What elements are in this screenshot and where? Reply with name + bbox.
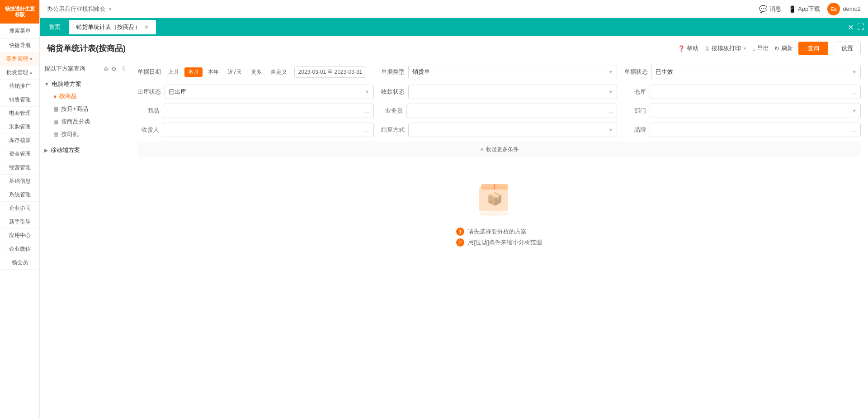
top-bar: 办公用品行业模拟账套 ▼ 💬 消息 📱 App下载 Ea demo2 bbox=[40, 0, 868, 18]
date-tab-this-year[interactable]: 本年 bbox=[204, 67, 222, 77]
date-tab-more[interactable]: 更多 bbox=[247, 67, 265, 77]
tab-home[interactable]: 首页 bbox=[42, 20, 68, 34]
date-range-input[interactable]: 2023-03-01 至 2023-03-31 bbox=[294, 66, 366, 78]
collapse-bar[interactable]: ∧ 收起更多条件 bbox=[137, 142, 861, 157]
scheme-item-by-month-product[interactable]: ▦ 按月+商品 bbox=[40, 103, 130, 115]
sidebar-item-guide[interactable]: 新手引导 bbox=[0, 215, 39, 229]
page-content: 销货单统计表(按商品) ❓ 帮助 🖨 按模板打印 ▼ ↓ 导出 bbox=[40, 36, 868, 418]
sidebar-item-sales[interactable]: 销售管理 bbox=[0, 93, 39, 107]
query-button[interactable]: 查询 bbox=[798, 42, 828, 55]
receiver-more-icon: … bbox=[365, 127, 370, 133]
tab-close-icon[interactable]: ✕ bbox=[144, 24, 149, 30]
sidebar-item-marketing[interactable]: 营销推广 bbox=[0, 80, 39, 93]
payment-status-chevron-icon: ▼ bbox=[608, 89, 613, 95]
date-label: 单据日期 bbox=[137, 68, 165, 76]
export-link[interactable]: ↓ 导出 bbox=[753, 44, 769, 52]
receiver-control[interactable]: … bbox=[163, 123, 374, 137]
brand-field: 品牌 … bbox=[624, 123, 861, 137]
sidebar-item-wechat[interactable]: 企业微信 bbox=[0, 242, 39, 256]
refresh-icon: ↻ bbox=[774, 45, 779, 52]
empty-tip-2: 2 用[过滤]条件来缩小分析范围 bbox=[456, 238, 542, 247]
date-tab-custom[interactable]: 自定义 bbox=[267, 67, 291, 77]
scheme-item-by-driver[interactable]: ▦ 按司机 bbox=[40, 128, 130, 141]
tab-bar: 首页 销货单统计表（按商品） ✕ ✕ ⛶ bbox=[40, 18, 868, 36]
scheme-group-header-mobile[interactable]: ▶ 移动端方案 bbox=[40, 144, 130, 156]
settlement-chevron-icon: ▼ bbox=[608, 127, 613, 133]
warehouse-control[interactable]: … bbox=[650, 85, 861, 99]
download-icon: 📱 bbox=[788, 5, 796, 13]
sidebar-item-wholesale[interactable]: 批发管理 ▲ bbox=[0, 66, 39, 80]
receiver-field: 收货人 … bbox=[137, 123, 374, 137]
sidebar-quick-nav[interactable]: 快捷导航 bbox=[0, 39, 39, 52]
filter-row-4: 收货人 … 结算方式 ▼ bbox=[137, 123, 861, 137]
sidebar-item-basic[interactable]: 基础信息 bbox=[0, 175, 39, 188]
scheme-panel-header: 按以下方案查询 ⊕ ⚙ 《 bbox=[40, 63, 130, 76]
sidebar-item-retail[interactable]: 零售管理 ▼ bbox=[0, 52, 39, 66]
app-download-link[interactable]: 📱 App下载 bbox=[788, 5, 820, 13]
doc-type-field: 单据类型 销货单 ▼ bbox=[381, 65, 618, 79]
dept-field: 部门 ▼ bbox=[624, 104, 861, 118]
sidebar-item-finance[interactable]: 资金管理 bbox=[0, 147, 39, 161]
scheme-settings-icon[interactable]: ⚙ bbox=[111, 66, 117, 72]
date-controls: 上月 本月 本年 近7天 更多 自定义 2023-03-01 至 2023-03… bbox=[165, 66, 374, 78]
dept-control[interactable]: ▼ bbox=[650, 104, 861, 118]
product-more-icon: … bbox=[365, 108, 370, 114]
avatar: Ea bbox=[827, 3, 840, 15]
settlement-field: 结算方式 ▼ bbox=[381, 123, 618, 137]
out-status-control[interactable]: 已出库 ▼ bbox=[165, 85, 374, 99]
help-link[interactable]: ❓ 帮助 bbox=[678, 44, 698, 52]
settlement-control[interactable]: ▼ bbox=[408, 123, 618, 137]
message-icon: 💬 bbox=[759, 5, 768, 13]
main-content: 办公用品行业模拟账套 ▼ 💬 消息 📱 App下载 Ea demo2 首页 销货… bbox=[40, 0, 868, 418]
staff-control[interactable]: … bbox=[406, 104, 618, 118]
dept-chevron-icon: ▼ bbox=[852, 108, 857, 114]
search-menu[interactable]: 搜索菜单 bbox=[0, 24, 39, 39]
svg-text:📦: 📦 bbox=[486, 191, 502, 206]
user-info[interactable]: Ea demo2 bbox=[827, 3, 861, 15]
tab-sales-stats[interactable]: 销货单统计表（按商品） ✕ bbox=[69, 20, 156, 34]
industry-select[interactable]: 办公用品行业模拟账套 ▼ bbox=[47, 5, 113, 13]
receiver-label: 收货人 bbox=[137, 126, 163, 134]
out-status-label: 出库状态 bbox=[137, 88, 165, 96]
empty-tip-1: 1 请先选择要分析的方案 bbox=[456, 228, 542, 236]
settlement-label: 结算方式 bbox=[381, 126, 408, 134]
scheme-actions: ⊕ ⚙ 《 bbox=[104, 65, 125, 73]
tab-close-all-icon[interactable]: ✕ bbox=[848, 23, 854, 32]
staff-field: 业务员 … bbox=[381, 104, 618, 118]
sidebar-item-system[interactable]: 系统管理 bbox=[0, 188, 39, 202]
dept-label: 部门 bbox=[624, 107, 650, 115]
group-expand-icon: ▼ bbox=[44, 81, 49, 87]
page-header: 销货单统计表(按商品) ❓ 帮助 🖨 按模板打印 ▼ ↓ 导出 bbox=[40, 36, 868, 59]
date-tab-last-7-days[interactable]: 近7天 bbox=[224, 67, 245, 77]
messages-link[interactable]: 💬 消息 bbox=[759, 5, 781, 13]
scheme-grid-icon-2: ▦ bbox=[53, 119, 58, 125]
doc-type-control[interactable]: 销货单 ▼ bbox=[408, 65, 618, 79]
date-filter-field: 单据日期 上月 本月 本年 近7天 更多 自定义 bbox=[137, 66, 374, 78]
sidebar-item-collab[interactable]: 企业协同 bbox=[0, 202, 39, 215]
sidebar-item-appcenter[interactable]: 应用中心 bbox=[0, 229, 39, 242]
scheme-group-header-desktop[interactable]: ▼ 电脑端方案 bbox=[40, 78, 130, 90]
sidebar-item-operation[interactable]: 经营管理 bbox=[0, 161, 39, 175]
empty-tips: 1 请先选择要分析的方案 2 用[过滤]条件来缩小分析范围 bbox=[456, 228, 542, 247]
settings-button[interactable]: 设置 bbox=[834, 42, 861, 55]
sidebar-item-inventory[interactable]: 库存核算 bbox=[0, 134, 39, 147]
scheme-item-by-category[interactable]: ▦ 按商品分类 bbox=[40, 115, 130, 128]
date-tab-this-month[interactable]: 本月 bbox=[184, 67, 203, 77]
date-tab-last-month[interactable]: 上月 bbox=[165, 67, 183, 77]
brand-label: 品牌 bbox=[624, 126, 650, 134]
scheme-item-by-product[interactable]: ● 按商品 bbox=[40, 90, 130, 103]
product-control[interactable]: … bbox=[163, 104, 374, 118]
sidebar-item-purchase[interactable]: 采购管理 bbox=[0, 120, 39, 134]
refresh-link[interactable]: ↻ 刷新 bbox=[774, 44, 793, 52]
brand-control[interactable]: … bbox=[650, 123, 861, 137]
scheme-collapse-icon[interactable]: 《 bbox=[119, 65, 125, 73]
sidebar-item-member[interactable]: 畅会员 bbox=[0, 256, 39, 270]
payment-status-control[interactable]: ▼ bbox=[408, 85, 618, 99]
sidebar: 畅捷通好生意 标版 搜索菜单 快捷导航 零售管理 ▼ 批发管理 ▲ 营销推广 销… bbox=[0, 0, 40, 418]
tab-bar-actions: ✕ ⛶ bbox=[848, 23, 868, 32]
template-print-link[interactable]: 🖨 按模板打印 ▼ bbox=[704, 44, 747, 52]
tab-expand-icon[interactable]: ⛶ bbox=[857, 23, 864, 31]
doc-status-control[interactable]: 已生效 ▼ bbox=[651, 65, 861, 79]
scheme-add-icon[interactable]: ⊕ bbox=[104, 66, 108, 72]
sidebar-item-ecommerce[interactable]: 电商管理 bbox=[0, 107, 39, 120]
